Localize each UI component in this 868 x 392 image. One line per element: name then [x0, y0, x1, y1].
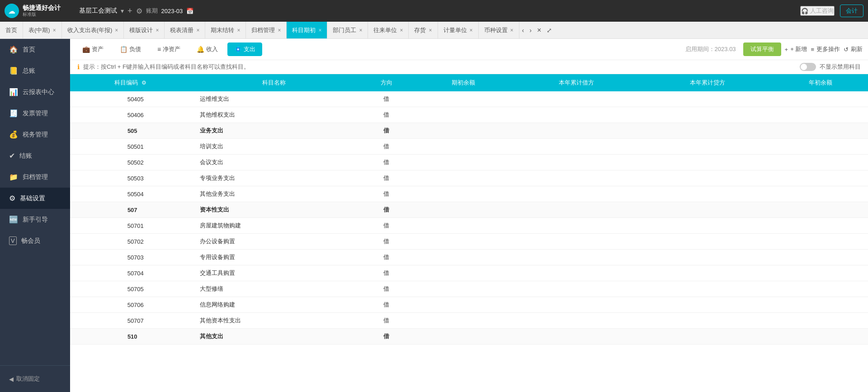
sidebar-item-guide[interactable]: 🆕 新手引导: [0, 209, 70, 230]
period-label: 账期: [146, 7, 158, 15]
tab-template[interactable]: 模版设计 ×: [124, 22, 165, 39]
tab-interim[interactable]: 表(中期) ×: [23, 22, 62, 39]
sidebar-item-archive[interactable]: 📁 归档管理: [0, 166, 70, 188]
cell-opening-balance: [416, 297, 511, 313]
logo-area: ☁ 畅捷通好会计 标准版: [5, 4, 75, 18]
table-row[interactable]: 507 资本性支出 借: [70, 202, 868, 218]
calendar-icon[interactable]: 📅: [186, 8, 193, 14]
settings-icon-btn[interactable]: ⚙: [136, 7, 142, 15]
cell-code: 510: [70, 329, 191, 345]
tab-home[interactable]: 首页: [0, 22, 23, 39]
table-row[interactable]: 50405 运维维支出 借: [70, 91, 868, 107]
tab-tax[interactable]: 税表清册 ×: [165, 22, 205, 39]
table-row[interactable]: 50705 大型修缮 借: [70, 281, 868, 297]
app-logo-icon: ☁: [5, 4, 19, 18]
tab-period-end-label: 期末结转: [211, 26, 234, 34]
tab-subject-label: 科目期初: [292, 26, 316, 34]
sub-tab-net-asset[interactable]: ≡ 净资产: [151, 43, 187, 56]
sub-tab-asset[interactable]: 💼 资产: [75, 43, 110, 56]
sidebar-item-ledger[interactable]: 📒 总账: [0, 60, 70, 81]
tab-close-all-btn[interactable]: ×: [534, 22, 544, 39]
add-company-btn[interactable]: +: [127, 6, 132, 16]
table-row[interactable]: 50704 交通工具购置 借: [70, 265, 868, 281]
sub-tab-expense[interactable]: 💠 支出: [227, 43, 262, 56]
tab-period-end[interactable]: 期末结转 ×: [205, 22, 246, 39]
company-dropdown-btn[interactable]: ▾: [121, 7, 124, 14]
cell-ytd-debit: [511, 281, 642, 297]
account-btn[interactable]: 会计: [840, 5, 863, 17]
col-settings-icon[interactable]: ⚙: [142, 80, 146, 86]
table-row[interactable]: 50707 其他资本性支出 借: [70, 313, 868, 329]
table-row[interactable]: 50502 会议支出 借: [70, 155, 868, 170]
cell-ytd-credit: [642, 250, 773, 265]
cancel-fixed-btn[interactable]: ◀ 取消固定: [0, 370, 70, 387]
tab-period-end-close[interactable]: ×: [237, 27, 240, 33]
sidebar-item-invoice[interactable]: 🧾 发票管理: [0, 103, 70, 124]
sidebar-item-home[interactable]: 🏠 首页: [0, 39, 70, 60]
cell-ytd-credit: [642, 281, 773, 297]
tab-next-btn[interactable]: ›: [527, 22, 534, 39]
tab-prev-btn[interactable]: ‹: [519, 22, 527, 39]
tab-dept[interactable]: 部门员工 ×: [327, 22, 368, 39]
show-disabled-toggle[interactable]: [800, 63, 816, 71]
tab-inventory-close[interactable]: ×: [429, 27, 432, 33]
tab-subject[interactable]: 科目期初 ×: [287, 22, 327, 39]
sub-tab-liability[interactable]: 📋 负债: [113, 43, 148, 56]
sidebar-label-member: 畅会员: [21, 237, 40, 245]
tab-tax-close[interactable]: ×: [196, 27, 199, 33]
table-row[interactable]: 50503 专项业务支出 借: [70, 170, 868, 186]
balance-btn[interactable]: 试算平衡: [743, 43, 781, 56]
sidebar-item-settings[interactable]: ⚙ 基础设置: [0, 188, 70, 209]
cell-opening-balance: [416, 155, 511, 170]
cell-code: 50701: [70, 218, 191, 234]
expense-icon: 💠: [234, 46, 242, 53]
tab-counterpart-close[interactable]: ×: [400, 27, 403, 33]
tab-income-close[interactable]: ×: [115, 27, 118, 33]
tab-dept-label: 部门员工: [333, 26, 356, 34]
tab-expand-btn[interactable]: ⤢: [544, 22, 555, 39]
tab-unit-close[interactable]: ×: [470, 27, 473, 33]
cell-opening-balance: [416, 218, 511, 234]
tab-interim-close[interactable]: ×: [53, 27, 56, 33]
table-row[interactable]: 50706 信息网络购建 借: [70, 297, 868, 313]
tab-template-close[interactable]: ×: [156, 27, 159, 33]
tab-dept-close[interactable]: ×: [359, 27, 362, 33]
tab-income[interactable]: 收入支出表(年报) ×: [62, 22, 124, 39]
table-row[interactable]: 50501 培训支出 借: [70, 139, 868, 155]
cell-code: 505: [70, 123, 191, 139]
liability-icon: 📋: [120, 46, 127, 53]
refresh-btn[interactable]: ↺ 刷新: [844, 45, 863, 53]
cell-ytd-debit: [511, 297, 642, 313]
service-btn[interactable]: 🎧 人工咨询: [800, 6, 835, 16]
cell-ytd-credit: [642, 313, 773, 329]
tab-inventory[interactable]: 存货 ×: [409, 22, 438, 39]
table-row[interactable]: 50703 专用设备购置 借: [70, 250, 868, 265]
sidebar-label-archive: 归档管理: [23, 173, 48, 181]
table-row[interactable]: 50504 其他业务支出 借: [70, 186, 868, 202]
sidebar-item-report[interactable]: 📊 云报表中心: [0, 81, 70, 103]
tab-unit[interactable]: 计量单位 ×: [438, 22, 479, 39]
cell-name: 其他资本性支出: [191, 313, 357, 329]
tab-currency-close[interactable]: ×: [510, 27, 514, 33]
table-row[interactable]: 50406 其他维权支出 借: [70, 107, 868, 123]
tab-currency[interactable]: 币种设置 ×: [479, 22, 519, 39]
table-row[interactable]: 510 其他支出 借: [70, 329, 868, 345]
tab-archive[interactable]: 归档管理 ×: [246, 22, 287, 39]
new-btn[interactable]: + + 新增: [785, 45, 807, 53]
table-row[interactable]: 50701 房屋建筑物购建 借: [70, 218, 868, 234]
table-row[interactable]: 50702 办公设备购置 借: [70, 234, 868, 250]
table-row[interactable]: 505 业务支出 借: [70, 123, 868, 139]
cell-year-start: [773, 139, 868, 155]
tab-counterpart[interactable]: 往来单位 ×: [368, 22, 409, 39]
table-container: 科目编码 ⚙ 科目名称 方向 期初余额 本年累计借方 本年累计贷方 年初余额 5…: [70, 74, 868, 392]
sidebar-item-tax[interactable]: 💰 税务管理: [0, 124, 70, 145]
tab-subject-close[interactable]: ×: [318, 27, 321, 33]
cell-code: 50501: [70, 139, 191, 155]
tab-archive-close[interactable]: ×: [278, 27, 281, 33]
col-name: 科目名称: [191, 74, 357, 91]
sidebar-item-member[interactable]: V 畅会员: [0, 230, 70, 251]
sidebar-item-settle[interactable]: ✔ 结账: [0, 145, 70, 166]
col-ytd-debit: 本年累计借方: [511, 74, 642, 91]
more-btn[interactable]: ≡ 更多操作: [811, 45, 840, 53]
sub-tab-income[interactable]: 🔔 收入: [190, 43, 225, 56]
